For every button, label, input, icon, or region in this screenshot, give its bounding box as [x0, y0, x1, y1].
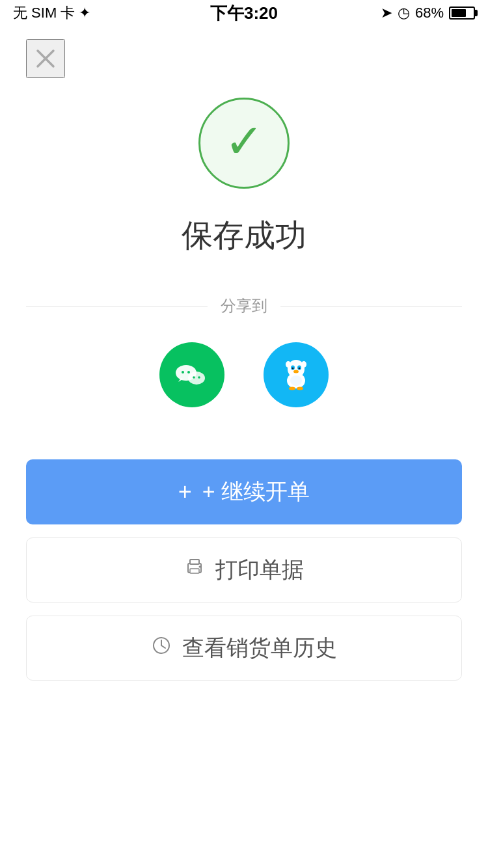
divider-right	[280, 306, 462, 306]
battery-icon	[449, 7, 475, 20]
history-label: 查看销货单历史	[182, 633, 337, 663]
status-right: ➤ ◷ 68%	[381, 5, 475, 21]
print-label: 打印单据	[215, 555, 304, 585]
svg-point-5	[187, 371, 190, 373]
clock-icon	[151, 635, 172, 661]
svg-point-3	[188, 372, 205, 385]
print-button[interactable]: 打印单据	[26, 537, 462, 603]
svg-point-24	[199, 566, 201, 568]
svg-point-7	[198, 376, 200, 379]
printer-icon	[184, 557, 205, 583]
continue-label: + 继续开单	[202, 477, 310, 507]
success-circle: ✓	[198, 98, 290, 189]
svg-line-27	[161, 645, 165, 648]
qq-share-button[interactable]	[264, 342, 329, 407]
battery-percent: 68%	[415, 5, 444, 21]
svg-point-19	[286, 361, 291, 368]
close-icon	[34, 47, 57, 70]
svg-point-18	[297, 387, 303, 390]
wechat-icon	[173, 356, 211, 394]
svg-point-20	[301, 361, 306, 368]
history-button[interactable]: 查看销货单历史	[26, 616, 462, 681]
svg-point-15	[293, 370, 299, 373]
share-divider: 分享到	[26, 295, 462, 316]
battery-fill	[452, 9, 466, 17]
svg-rect-23	[190, 569, 199, 573]
svg-point-16	[290, 375, 302, 386]
alarm-icon: ◷	[398, 5, 410, 21]
svg-point-17	[289, 387, 295, 390]
wechat-share-button[interactable]	[159, 342, 224, 407]
status-bar: 无 SIM 卡 ✦ 下午3:20 ➤ ◷ 68%	[0, 0, 488, 26]
svg-point-6	[193, 376, 195, 379]
svg-point-4	[182, 371, 184, 373]
share-label: 分享到	[221, 295, 267, 316]
checkmark-icon: ✓	[224, 118, 264, 165]
close-button[interactable]	[26, 39, 65, 78]
svg-rect-22	[190, 560, 199, 564]
svg-point-14	[299, 368, 301, 370]
action-buttons: + + 继续开单 打印单据	[26, 459, 462, 681]
sim-status: 无 SIM 卡 ✦	[13, 3, 90, 23]
location-icon: ➤	[381, 5, 392, 21]
qq-icon	[277, 356, 315, 394]
share-icons	[159, 342, 329, 407]
main-content: ✓ 保存成功 分享到	[0, 26, 488, 868]
status-left: 无 SIM 卡 ✦	[13, 3, 90, 23]
continue-button[interactable]: + + 继续开单	[26, 459, 462, 524]
divider-left	[26, 306, 208, 306]
svg-point-13	[292, 368, 294, 370]
status-time: 下午3:20	[210, 2, 278, 25]
success-title: 保存成功	[182, 215, 306, 256]
plus-icon: +	[178, 478, 192, 506]
